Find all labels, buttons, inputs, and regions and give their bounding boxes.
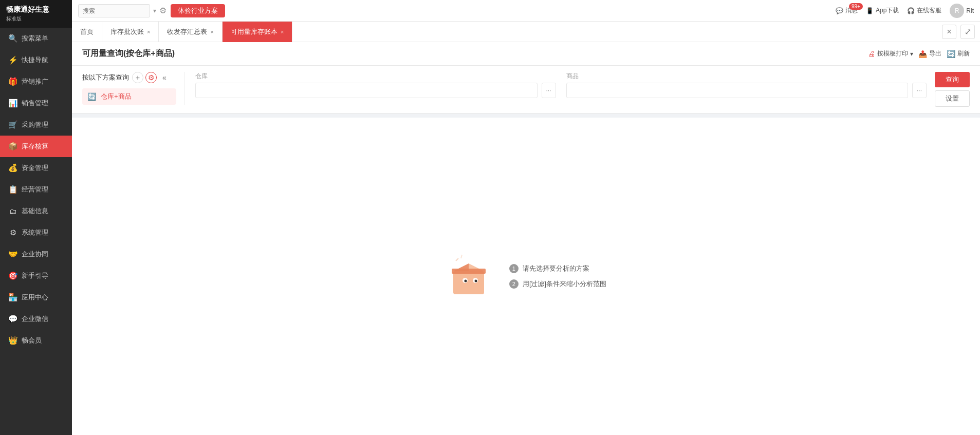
warehouse-input[interactable] [195, 83, 538, 98]
settings-button[interactable]: 设置 [935, 90, 970, 107]
warehouse-more-button[interactable]: ··· [542, 83, 556, 98]
tab-available[interactable]: 可用量库存账本× [223, 22, 292, 42]
sidebar-item-label-appstore: 应用中心 [22, 293, 48, 302]
headset-icon: 🎧 [907, 7, 915, 14]
close-tab-button[interactable]: × [942, 25, 956, 39]
chevron-down-icon[interactable]: ▾ [153, 7, 156, 14]
empty-illustration [446, 251, 497, 302]
sidebar-logo-title: 畅康通好生意 [6, 5, 49, 14]
main-area: ▾ ⚙ 体验行业方案 💬 消息 99+ 📱 App下载 🎧 在线客服 R Rit [72, 0, 980, 435]
topbar-search-area: ▾ ⚙ [78, 4, 167, 17]
tab-close-batch[interactable]: × [147, 29, 150, 35]
sidebar-item-label-operation: 经营管理 [22, 185, 48, 194]
close-icon: × [947, 27, 951, 36]
sidebar-item-label-member: 畅会员 [22, 336, 42, 345]
sidebar-item-finance[interactable]: 💰 资金管理 [0, 157, 72, 179]
product-field-group: 商品 ··· [566, 72, 927, 98]
svg-rect-0 [453, 271, 484, 294]
maximize-button[interactable]: ⤢ [960, 25, 975, 39]
tip-text-1: 请先选择要分析的方案 [523, 264, 589, 273]
sidebar-item-search[interactable]: 🔍 搜索菜单 [0, 28, 72, 49]
sidebar-item-label-purchase: 采购管理 [22, 120, 48, 129]
export-button[interactable]: 📤 导出 [918, 49, 941, 58]
query-scheme-header: 按以下方案查询 + ⚙ « [82, 72, 176, 83]
sidebar-item-member[interactable]: 👑 畅会员 [0, 330, 72, 351]
app-download-label: App下载 [876, 6, 899, 15]
tab-batch[interactable]: 库存批次账× [102, 22, 159, 42]
svg-rect-3 [452, 269, 486, 274]
sidebar-item-purchase[interactable]: 🛒 采购管理 [0, 114, 72, 136]
tip-text-2: 用[过滤]条件来缩小分析范围 [523, 279, 606, 289]
message-badge: 99+ [849, 3, 863, 10]
product-more-button[interactable]: ··· [912, 83, 927, 98]
sidebar-item-label-search: 搜索菜单 [22, 34, 48, 43]
sidebar-item-marketing[interactable]: 🎁 营销推广 [0, 71, 72, 92]
tab-label-batch: 库存批次账 [110, 27, 144, 36]
sidebar-item-label-newuser: 新手引导 [22, 271, 48, 280]
print-chevron-icon[interactable]: ▾ [910, 50, 913, 58]
query-action-buttons: 查询 设置 [927, 72, 970, 107]
industry-solution-button[interactable]: 体验行业方案 [171, 4, 225, 17]
page-header-actions: 🖨 按模板打印 ▾ 📤 导出 🔄 刷新 [868, 49, 970, 58]
sidebar-item-operation[interactable]: 📋 经营管理 [0, 179, 72, 200]
sidebar-item-wechat[interactable]: 💬 企业微信 [0, 308, 72, 330]
refresh-icon: 🔄 [947, 50, 955, 58]
app-download-button[interactable]: 📱 App下载 [866, 6, 899, 15]
message-icon: 💬 [836, 7, 843, 14]
gear-icon[interactable]: ⚙ [159, 6, 167, 15]
appstore-icon: 🏪 [8, 293, 17, 302]
online-service-button[interactable]: 🎧 在线客服 [907, 6, 941, 15]
sidebar-item-cooperation[interactable]: 🤝 企业协同 [0, 243, 72, 265]
search-input[interactable] [78, 4, 150, 17]
empty-state: 1 请先选择要分析的方案 2 用[过滤]条件来缩小分析范围 [72, 118, 980, 435]
print-icon: 🖨 [868, 50, 875, 58]
empty-tip-2: 2 用[过滤]条件来缩小分析范围 [509, 279, 606, 289]
export-icon: 📤 [918, 50, 927, 58]
refresh-button[interactable]: 🔄 刷新 [947, 49, 970, 58]
sidebar-item-appstore[interactable]: 🏪 应用中心 [0, 287, 72, 308]
tab-close-summary[interactable]: × [210, 29, 213, 35]
export-label: 导出 [929, 49, 941, 58]
scheme-item-icon: 🔄 [86, 91, 97, 102]
print-label: 按模板打印 [877, 49, 908, 58]
tabs-bar: 首页库存批次账×收发存汇总表×可用量库存账本× × ⤢ [72, 22, 980, 42]
finance-icon: 💰 [8, 163, 17, 173]
print-button[interactable]: 🖨 按模板打印 ▾ [868, 49, 913, 58]
sidebar-item-newuser[interactable]: 🎯 新手引导 [0, 265, 72, 287]
query-button[interactable]: 查询 [935, 72, 970, 87]
sidebar-item-system[interactable]: ⚙ 系统管理 [0, 222, 72, 243]
tab-summary[interactable]: 收发存汇总表× [159, 22, 222, 42]
add-scheme-button[interactable]: + [132, 72, 143, 83]
sidebar-scroll: 🔍 搜索菜单 ⚡ 快捷导航 🎁 营销推广 📊 销售管理 🛒 采购管理 📦 库存核… [0, 28, 72, 435]
shortcut-icon: ⚡ [8, 55, 17, 65]
sidebar-item-label-inventory: 库存核算 [22, 142, 48, 151]
search-icon: 🔍 [8, 34, 17, 43]
user-area[interactable]: R Rit [950, 4, 974, 18]
inventory-icon: 📦 [8, 142, 17, 151]
product-input[interactable] [566, 83, 909, 98]
warehouse-field-group: 仓库 ··· [195, 72, 556, 98]
svg-point-6 [464, 280, 467, 282]
tab-home[interactable]: 首页 [72, 22, 102, 42]
tab-close-available[interactable]: × [281, 29, 284, 35]
sales-icon: 📊 [8, 99, 17, 108]
scheme-actions: + ⚙ « [132, 72, 170, 83]
empty-tip-1: 1 请先选择要分析的方案 [509, 264, 606, 273]
tip-number-2: 2 [509, 279, 519, 289]
online-service-label: 在线客服 [917, 6, 941, 15]
svg-point-7 [474, 280, 477, 282]
maximize-icon: ⤢ [965, 27, 971, 36]
message-button[interactable]: 💬 消息 99+ [836, 6, 858, 15]
scheme-item-warehouse-product[interactable]: 🔄 仓库+商品 [82, 88, 176, 105]
collapse-scheme-button[interactable]: « [159, 72, 170, 83]
query-fields: 仓库 ··· 商品 ··· [185, 72, 927, 98]
edit-scheme-button[interactable]: ⚙ [145, 72, 157, 83]
tab-label-home: 首页 [80, 27, 94, 36]
sidebar-item-inventory[interactable]: 📦 库存核算 [0, 136, 72, 157]
more-dots-icon: ··· [546, 87, 551, 94]
operation-icon: 📋 [8, 185, 17, 194]
sidebar-item-sales[interactable]: 📊 销售管理 [0, 92, 72, 114]
query-scheme-column: 按以下方案查询 + ⚙ « 🔄 仓库+商品 [82, 72, 185, 105]
sidebar-item-shortcut[interactable]: ⚡ 快捷导航 [0, 49, 72, 71]
sidebar-item-basic[interactable]: 🗂 基础信息 [0, 200, 72, 222]
